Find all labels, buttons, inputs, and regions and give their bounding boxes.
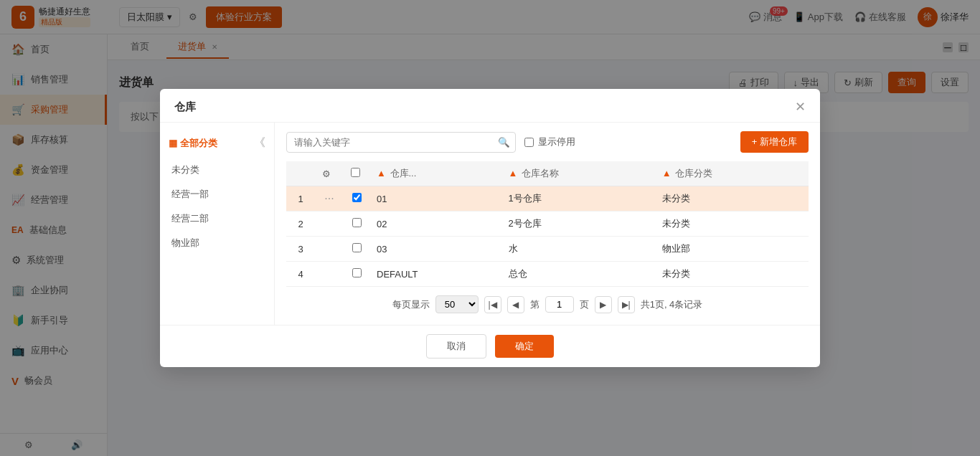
search-input[interactable] — [286, 132, 516, 153]
row-check — [344, 212, 369, 237]
table-row[interactable]: 3 03 水 物业部 — [286, 237, 809, 262]
row-check — [344, 262, 369, 287]
next-page-btn[interactable]: ▶ — [595, 296, 612, 313]
row-actions: ··· — [315, 186, 344, 212]
grid-icon: ▦ — [169, 138, 177, 148]
category-header: ▦ 全部分类 《 — [160, 131, 274, 158]
row-actions — [315, 212, 344, 237]
row-category: 未分类 — [655, 212, 809, 237]
goto-label: 第 — [530, 298, 540, 311]
warehouse-dialog: 仓库 ✕ ▦ 全部分类 《 未分类 经营一部 — [160, 89, 820, 367]
table-row[interactable]: 4 DEFAULT 总仓 未分类 — [286, 262, 809, 287]
row-num: 4 — [286, 262, 315, 287]
dialog-close-btn[interactable]: ✕ — [795, 99, 806, 115]
th-check — [344, 161, 369, 186]
search-bar: 🔍 显示停用 + 新增仓库 — [286, 131, 809, 153]
row-checkbox[interactable] — [352, 193, 362, 202]
th-name: ▲ 仓库名称 — [501, 161, 655, 186]
collapse-btn[interactable]: 《 — [254, 136, 265, 151]
sort-icon-name: ▲ — [509, 168, 518, 179]
gear-col-icon: ⚙ — [322, 168, 331, 179]
row-name: 水 — [501, 237, 655, 262]
dialog-body: ▦ 全部分类 《 未分类 经营一部 经营二部 物业部 — [160, 123, 820, 325]
row-num: 3 — [286, 237, 315, 262]
page-size-select[interactable]: 50 100 200 — [435, 295, 479, 313]
search-icon-btn[interactable]: 🔍 — [498, 137, 510, 148]
row-name: 1号仓库 — [501, 186, 655, 212]
new-warehouse-btn[interactable]: + 新增仓库 — [740, 131, 809, 153]
row-category: 未分类 — [655, 262, 809, 287]
total-info: 共1页, 4条记录 — [641, 298, 703, 311]
th-gear: ⚙ — [315, 161, 344, 186]
first-page-btn[interactable]: |◀ — [484, 296, 501, 313]
category-item-property[interactable]: 物业部 — [160, 231, 274, 255]
row-category: 未分类 — [655, 186, 809, 212]
row-actions — [315, 262, 344, 287]
warehouse-table: ⚙ ▲ 仓库... ▲ 仓库名称 — [286, 161, 809, 287]
search-input-wrap: 🔍 — [286, 132, 516, 153]
category-panel: ▦ 全部分类 《 未分类 经营一部 经营二部 物业部 — [160, 123, 275, 325]
row-check — [344, 237, 369, 262]
cancel-btn[interactable]: 取消 — [426, 334, 486, 358]
table-header-row: ⚙ ▲ 仓库... ▲ 仓库名称 — [286, 161, 809, 186]
row-checkbox[interactable] — [352, 243, 362, 252]
table-row[interactable]: 2 02 2号仓库 未分类 — [286, 212, 809, 237]
row-name: 总仓 — [501, 262, 655, 287]
row-code: 02 — [369, 212, 501, 237]
select-all-checkbox[interactable] — [351, 168, 360, 177]
row-code: 01 — [369, 186, 501, 212]
table-panel: 🔍 显示停用 + 新增仓库 ⚙ — [275, 123, 820, 325]
row-num: 2 — [286, 212, 315, 237]
modal-overlay: 仓库 ✕ ▦ 全部分类 《 未分类 经营一部 — [0, 0, 980, 456]
th-num — [286, 161, 315, 186]
table-row[interactable]: 1 ··· 01 1号仓库 未分类 — [286, 186, 809, 212]
row-check — [344, 186, 369, 212]
row-checkbox[interactable] — [352, 218, 362, 227]
page-input[interactable] — [545, 296, 574, 313]
row-checkbox[interactable] — [352, 268, 362, 277]
sort-icon-category: ▲ — [662, 168, 672, 179]
row-actions — [315, 237, 344, 262]
row-name: 2号仓库 — [501, 212, 655, 237]
dialog-header: 仓库 ✕ — [160, 89, 820, 123]
row-num: 1 — [286, 186, 315, 212]
category-item-dept1[interactable]: 经营一部 — [160, 182, 274, 206]
category-item-unclassified[interactable]: 未分类 — [160, 158, 274, 182]
row-code: 03 — [369, 237, 501, 262]
pagination: 每页显示 50 100 200 |◀ ◀ 第 页 ▶ ▶| 共1页, 4条记录 — [286, 287, 809, 316]
per-page-label: 每页显示 — [392, 298, 430, 311]
dialog-title: 仓库 — [174, 100, 196, 114]
category-all[interactable]: ▦ 全部分类 — [169, 137, 217, 150]
confirm-btn[interactable]: 确定 — [495, 335, 554, 358]
row-action-btn[interactable]: ··· — [324, 192, 334, 205]
sort-icon-code: ▲ — [377, 168, 386, 179]
row-category: 物业部 — [655, 237, 809, 262]
th-code: ▲ 仓库... — [369, 161, 501, 186]
th-category: ▲ 仓库分类 — [655, 161, 809, 186]
row-code: DEFAULT — [369, 262, 501, 287]
category-item-dept2[interactable]: 经营二部 — [160, 206, 274, 231]
show-disabled-checkbox[interactable] — [524, 138, 534, 147]
table-head: ⚙ ▲ 仓库... ▲ 仓库名称 — [286, 161, 809, 186]
show-disabled-label[interactable]: 显示停用 — [524, 136, 575, 148]
table-body: 1 ··· 01 1号仓库 未分类 2 — [286, 186, 809, 287]
last-page-btn[interactable]: ▶| — [618, 296, 635, 313]
dialog-footer: 取消 确定 — [160, 325, 820, 367]
page-label: 页 — [580, 298, 589, 311]
prev-page-btn[interactable]: ◀ — [507, 296, 524, 313]
